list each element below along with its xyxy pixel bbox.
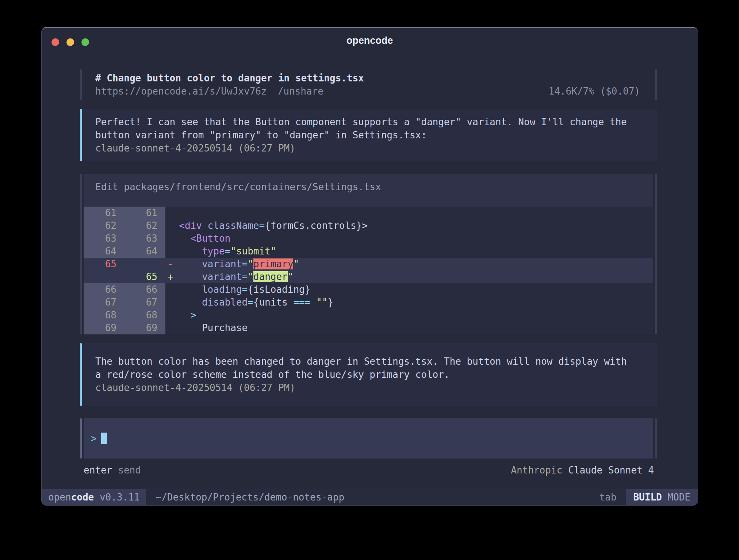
working-directory: ~/Desktop/Projects/demo-notes-app	[156, 489, 344, 505]
prompt-input-block: >	[80, 418, 657, 459]
assistant-message: The button color has been changed to dan…	[80, 343, 657, 406]
diff-row: 6767 disabled={units === ""}	[84, 296, 653, 309]
diff-code-line: disabled={units === ""}	[165, 296, 653, 309]
tool-panel: Edit packages/frontend/src/containers/Se…	[84, 174, 653, 334]
diff-code-line: <Button	[165, 232, 653, 245]
diff-row: 6262 <div className={formCs.controls}>	[84, 219, 653, 232]
model-timestamp: claude-sonnet-4-20250514 (06:27 PM)	[95, 381, 645, 394]
mode-suffix: MODE	[662, 492, 690, 503]
diff-code-line: - variant="primary"	[165, 258, 653, 271]
diff-line-number-old: 69	[84, 322, 125, 334]
diff-line-number-old: 65	[84, 258, 125, 271]
diff-line-number-new: 63	[125, 232, 165, 245]
diff-line-number-old: 67	[84, 296, 125, 309]
diff-row: 65+ variant="danger"	[84, 271, 653, 283]
session-content: # Change button color to danger in setti…	[42, 53, 698, 489]
diff-line-number-old: 66	[84, 283, 125, 296]
status-bar: opencode v0.3.11 ~/Desktop/Projects/demo…	[42, 489, 698, 505]
diff-table: 61616262 <div className={formCs.controls…	[84, 207, 653, 334]
prompt-input[interactable]: >	[84, 418, 653, 459]
message-text-line: a red/rose color scheme instead of the b…	[95, 368, 645, 381]
diff-line-number-old	[84, 271, 125, 283]
diff-row: 6868 >	[84, 309, 653, 322]
mode-name: BUILD	[633, 492, 662, 503]
diff-code-line: type="submit"	[165, 245, 653, 258]
assistant-message: Perfect! I can see that the Button compo…	[80, 109, 657, 161]
app-name-open: open	[48, 492, 71, 503]
session-meta: https://opencode.ai/s/UwJxv76z /unshare …	[95, 85, 640, 98]
message-text-line: button variant from "primary" to "danger…	[95, 129, 645, 142]
app-name-code: code	[71, 492, 94, 503]
diff-line-number-old: 62	[84, 219, 125, 232]
diff-code-line: Purchase	[165, 322, 653, 334]
diff-row: 6969 Purchase	[84, 322, 653, 334]
header-right-bar	[655, 69, 657, 100]
message-text-line: The button color has been changed to dan…	[95, 355, 645, 368]
diff-line-number-new: 69	[125, 322, 165, 334]
model-timestamp: claude-sonnet-4-20250514 (06:27 PM)	[95, 142, 645, 155]
share-url-link[interactable]: https://opencode.ai/s/UwJxv76z	[95, 85, 267, 98]
diff-line-number-new: 66	[125, 283, 165, 296]
diff-line-number-old: 64	[84, 245, 125, 258]
build-mode-toggle[interactable]: BUILD MODE	[626, 489, 698, 505]
diff-row: 6666 loading={isLoading}	[84, 283, 653, 296]
message-body: Perfect! I can see that the Button compo…	[84, 109, 657, 161]
model-indicator: Anthropic Claude Sonnet 4	[511, 464, 654, 477]
tool-right-bar	[655, 174, 657, 334]
app-version: v0.3.11	[94, 492, 139, 503]
app-version-chip: opencode v0.3.11	[42, 489, 146, 505]
diff-row: 65- variant="primary"	[84, 258, 653, 271]
diff-line-number-new: 65	[125, 271, 165, 283]
hint-row: enter send Anthropic Claude Sonnet 4	[80, 464, 657, 477]
diff-code-line: >	[165, 309, 653, 322]
diff-line-number-old: 61	[84, 207, 125, 219]
diff-code-line: loading={isLoading}	[165, 283, 653, 296]
diff-code-line: + variant="danger"	[165, 271, 653, 283]
session-title: # Change button color to danger in setti…	[95, 72, 640, 85]
diff-row: 6161	[84, 207, 653, 219]
message-text-line: Perfect! I can see that the Button compo…	[95, 115, 645, 129]
diff-line-number-new: 62	[125, 219, 165, 232]
send-action-hint: send	[118, 464, 141, 477]
diff-line-number-new	[125, 258, 165, 271]
diff-line-number-new: 67	[125, 296, 165, 309]
diff-line-number-old: 63	[84, 232, 125, 245]
diff-line-number-new: 61	[125, 207, 165, 219]
diff-code-line: <div className={formCs.controls}>	[165, 219, 653, 232]
opencode-window: opencode # Change button color to danger…	[41, 27, 698, 506]
provider-name: Anthropic	[511, 464, 562, 477]
edit-tool-block: Edit packages/frontend/src/containers/Se…	[80, 174, 657, 334]
tool-header: Edit packages/frontend/src/containers/Se…	[84, 174, 653, 193]
tab-key-hint: tab	[599, 489, 616, 505]
diff-line-number-old: 68	[84, 309, 125, 322]
diff-row: 6464 type="submit"	[84, 245, 653, 258]
window-title: opencode	[42, 28, 698, 53]
enter-key-hint: enter	[84, 464, 112, 477]
text-cursor	[101, 433, 107, 444]
diff-row: 6363 <Button	[84, 232, 653, 245]
diff-line-number-new: 68	[125, 309, 165, 322]
message-body: The button color has been changed to dan…	[84, 343, 657, 406]
titlebar: opencode	[42, 28, 698, 53]
model-name: Claude Sonnet 4	[568, 464, 654, 477]
diff-code-line	[165, 207, 653, 219]
token-usage: 14.6K/7% ($0.07)	[549, 85, 640, 98]
input-right-bar	[655, 418, 657, 459]
prompt-chevron: >	[91, 432, 97, 445]
session-header: # Change button color to danger in setti…	[80, 69, 657, 100]
unshare-command[interactable]: /unshare	[278, 85, 323, 98]
session-header-panel: # Change button color to danger in setti…	[84, 69, 653, 100]
desktop: opencode # Change button color to danger…	[0, 0, 739, 560]
diff-line-number-new: 64	[125, 245, 165, 258]
